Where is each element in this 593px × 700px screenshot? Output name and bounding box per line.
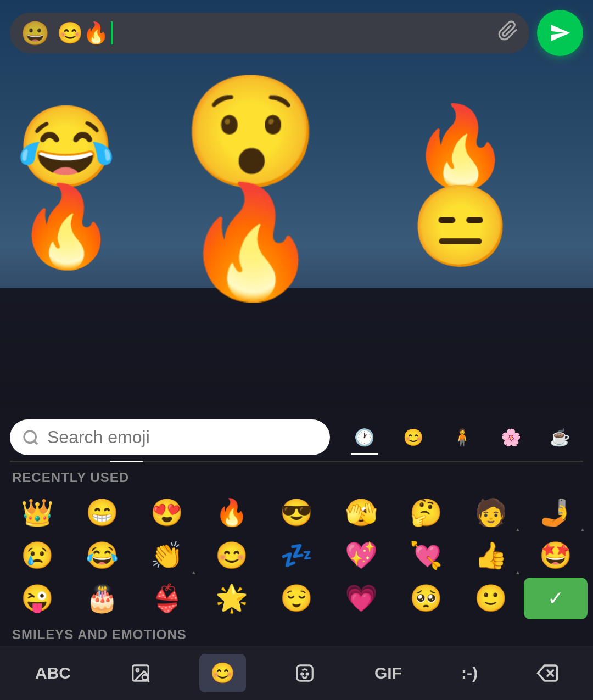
search-icon <box>22 429 40 446</box>
objects-icon: ☕ <box>550 428 570 446</box>
nature-icon: 🌸 <box>501 428 521 446</box>
emoji-hand-over-mouth[interactable]: 🫣 <box>329 492 393 534</box>
sticker-icon <box>294 663 315 684</box>
emoticon-key[interactable]: :-) <box>450 656 489 690</box>
gif-key[interactable]: GIF <box>363 656 413 690</box>
emoji-thumbsup[interactable]: 👍 <box>459 535 523 576</box>
emoji-pleading[interactable]: 🥺 <box>394 578 458 619</box>
emoji-clapping[interactable]: 👏 <box>135 535 199 576</box>
message-input-wrap[interactable]: 😀 😊🔥 <box>10 13 529 53</box>
abc-key[interactable]: ABC <box>24 656 82 690</box>
image-search-key[interactable] <box>119 655 162 691</box>
emoji-face-icon: 😀 <box>21 20 49 47</box>
smileys-label: SMILEYS AND EMOTIONS <box>0 623 593 646</box>
emoji-relieved[interactable]: 😌 <box>265 578 328 619</box>
emoji-birthday[interactable]: 🎂 <box>70 578 134 619</box>
emoji-sun[interactable]: 🌟 <box>200 578 264 619</box>
emoji-grin[interactable]: 😁 <box>70 492 134 534</box>
smiley-icon: 😊 <box>403 428 423 446</box>
svg-point-6 <box>301 673 303 675</box>
search-input[interactable] <box>47 427 318 447</box>
svg-point-7 <box>306 673 308 675</box>
text-cursor <box>111 21 113 44</box>
message-input-text[interactable]: 😊🔥 <box>57 21 490 45</box>
emoji-star-struck[interactable]: 🤩 <box>524 535 588 576</box>
emoji-suggestions: 😂🔥 😯🔥 🔥😑 <box>0 71 593 302</box>
sticker-key[interactable] <box>283 655 326 691</box>
emoticon-label: :-) <box>461 664 478 682</box>
emoji-person-raise-hand[interactable]: 🧑 <box>459 492 523 534</box>
emoji-loudly-crying[interactable]: 😢 <box>5 535 69 576</box>
image-search-icon <box>130 663 151 684</box>
emoji-sunglasses[interactable]: 😎 <box>265 492 328 534</box>
backspace-icon <box>536 664 559 682</box>
emoji-zzz[interactable]: 💤 <box>265 535 328 576</box>
emoji-key-icon: 😊 <box>210 662 235 685</box>
send-button[interactable] <box>537 10 583 56</box>
emoji-suggestion-3[interactable]: 🔥😑 <box>411 107 577 266</box>
emoji-pink-heart[interactable]: 💗 <box>329 578 393 619</box>
emoji-suggestion-2[interactable]: 😯🔥 <box>182 77 411 296</box>
emoji-search-row: 🕐 😊 🧍 🌸 ☕ <box>0 410 593 461</box>
emoji-keyboard: 🕐 😊 🧍 🌸 ☕ RECENTLY USED <box>0 410 593 700</box>
people-icon: 🧍 <box>452 428 472 446</box>
emoji-slight-smile[interactable]: 🙂 <box>459 578 523 619</box>
svg-point-3 <box>142 675 148 680</box>
paperclip-icon[interactable] <box>497 20 518 46</box>
backspace-key[interactable] <box>526 658 569 688</box>
emoji-blush[interactable]: 😊 <box>200 535 264 576</box>
tab-recent[interactable]: 🕐 <box>341 420 388 455</box>
emoji-key[interactable]: 😊 <box>199 654 246 692</box>
emoji-sparkle-heart[interactable]: 💖 <box>329 535 393 576</box>
emoji-bikini[interactable]: 👙 <box>135 578 199 619</box>
emoji-selfie[interactable]: 🤳 <box>524 492 588 534</box>
bottom-bar: ABC 😊 <box>0 646 593 700</box>
emoji-joy[interactable]: 😂 <box>70 535 134 576</box>
emoji-heart-eyes[interactable]: 😍 <box>135 492 199 534</box>
emoji-tongue[interactable]: 😜 <box>5 578 69 619</box>
emoji-crown[interactable]: 👑 <box>5 492 69 534</box>
emoji-thinking[interactable]: 🤔 <box>394 492 458 534</box>
svg-point-2 <box>136 669 139 671</box>
gif-label: GIF <box>374 664 402 682</box>
abc-label: ABC <box>35 664 71 682</box>
tab-smileys[interactable]: 😊 <box>390 420 437 455</box>
recently-used-label: RECENTLY USED <box>0 462 593 489</box>
svg-point-0 <box>24 431 36 443</box>
emoji-suggestion-1[interactable]: 😂🔥 <box>16 107 182 266</box>
recent-icon: 🕐 <box>354 428 374 446</box>
message-bar: 😀 😊🔥 <box>10 10 583 56</box>
emoji-fire[interactable]: 🔥 <box>200 492 264 534</box>
confirm-button[interactable]: ✓ <box>524 578 588 619</box>
emoji-grid-recent: 👑 😁 😍 🔥 😎 🫣 🤔 🧑 🤳 😢 😂 👏 😊 💤 💖 💘 👍 🤩 😜 🎂 … <box>0 489 593 623</box>
emoji-search-box[interactable] <box>10 419 330 455</box>
emoji-heart-arrow[interactable]: 💘 <box>394 535 458 576</box>
tab-nature[interactable]: 🌸 <box>488 420 534 455</box>
tab-people[interactable]: 🧍 <box>439 420 485 455</box>
tab-objects[interactable]: ☕ <box>536 420 583 455</box>
